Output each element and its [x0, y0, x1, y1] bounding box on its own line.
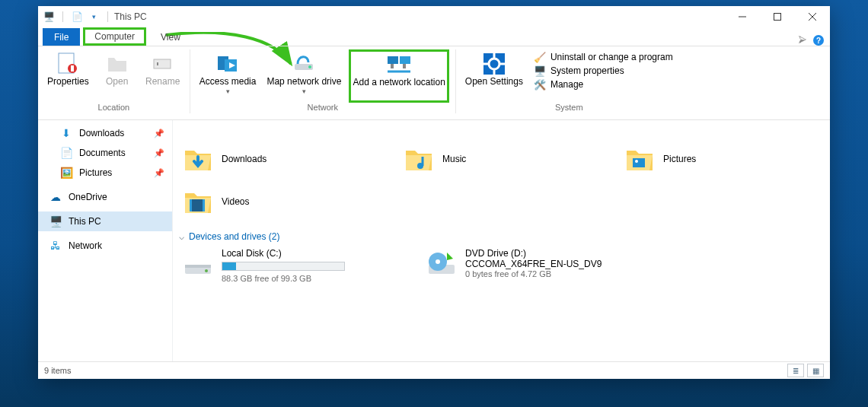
drive-dvd-d[interactable]: DVD Drive (D:) CCCOMA_X64FRE_EN-US_DV9 0…	[426, 248, 624, 283]
help-icon[interactable]: ?	[813, 35, 824, 46]
manage-button[interactable]: 🛠️ Manage	[534, 78, 673, 91]
nav-downloads[interactable]: ⬇ Downloads 📌	[38, 123, 172, 143]
svg-rect-28	[190, 199, 192, 211]
access-media-label: Access media	[199, 77, 257, 87]
nav-label: OneDrive	[69, 192, 107, 202]
folder-pictures[interactable]: Pictures	[624, 143, 783, 175]
drive-free-text: 88.3 GB free of 99.3 GB	[222, 274, 345, 283]
add-network-location-button[interactable]: Add a network location	[349, 49, 448, 103]
large-icons-view-button[interactable]: ▦	[807, 364, 824, 377]
network-icon: 🖧	[49, 239, 62, 253]
this-pc-icon: 🖥️	[49, 215, 62, 228]
svg-point-26	[635, 160, 638, 163]
content-pane: placeholder Downloads Music	[173, 120, 830, 361]
svg-point-24	[417, 163, 423, 169]
nav-onedrive[interactable]: ☁ OneDrive	[38, 187, 172, 207]
capacity-bar	[222, 262, 345, 271]
drive-local-c[interactable]: Local Disk (C:) 88.3 GB free of 99.3 GB	[182, 248, 380, 283]
properties-qat-icon[interactable]: 📄	[71, 11, 83, 23]
ribbon-tabs: File Computer View ⮚ ?	[38, 27, 830, 46]
svg-rect-7	[154, 59, 171, 68]
tab-view[interactable]: View	[149, 28, 192, 46]
svg-point-13	[308, 65, 311, 68]
manage-icon: 🛠️	[534, 78, 546, 91]
tab-file[interactable]: File	[43, 28, 80, 46]
rename-button: Rename	[142, 49, 183, 103]
pin-icon[interactable]: 📌	[154, 168, 164, 178]
dropdown-icon: ▾	[226, 87, 230, 95]
system-properties-button[interactable]: 🖥️ System properties	[534, 65, 673, 77]
pin-icon[interactable]: 📌	[154, 129, 164, 138]
minimize-button[interactable]	[725, 6, 760, 27]
tab-computer[interactable]: Computer	[83, 27, 146, 46]
drive-volume-label: CCCOMA_X64FRE_EN-US_DV9	[465, 259, 602, 269]
svg-rect-8	[157, 62, 158, 65]
svg-rect-16	[391, 64, 394, 68]
open-settings-button[interactable]: Open Settings	[462, 49, 526, 103]
folder-videos[interactable]: Videos	[182, 186, 342, 218]
maximize-button[interactable]	[760, 6, 795, 27]
close-button[interactable]	[795, 6, 830, 27]
section-devices-drives[interactable]: ⌵ Devices and drives (2)	[179, 231, 821, 242]
ribbon-group-system: Open Settings 🧹 Uninstall or change a pr…	[456, 49, 682, 113]
chevron-down-icon[interactable]: ⌵	[179, 231, 184, 242]
rename-icon	[150, 51, 176, 77]
system-properties-icon: 🖥️	[534, 65, 546, 77]
nav-pictures[interactable]: 🖼️ Pictures 📌	[38, 163, 172, 183]
group-title-location: Location	[98, 103, 130, 113]
ribbon: Properties Open Rename Location	[38, 46, 830, 120]
svg-rect-25	[633, 158, 645, 167]
nav-label: This PC	[69, 216, 101, 227]
properties-icon	[55, 51, 81, 77]
manage-label: Manage	[550, 79, 583, 90]
uninstall-button[interactable]: 🧹 Uninstall or change a program	[534, 51, 673, 63]
ribbon-group-location: Properties Open Rename Location	[38, 49, 190, 113]
properties-button[interactable]: Properties	[44, 49, 92, 103]
qat-dropdown-icon[interactable]: ▾	[88, 11, 100, 23]
drive-free-text: 0 bytes free of 4.72 GB	[465, 269, 602, 278]
media-icon	[215, 51, 241, 77]
open-settings-label: Open Settings	[465, 77, 523, 87]
folder-music[interactable]: Music	[403, 143, 563, 175]
window-title: This PC	[114, 11, 147, 22]
computer-icon: 🖥️	[43, 11, 55, 23]
group-title-system: System	[555, 103, 583, 113]
rename-label: Rename	[145, 77, 180, 87]
folder-label: Music	[442, 154, 466, 164]
status-bar: 9 items ≣ ▦	[38, 361, 830, 379]
settings-gear-icon	[481, 51, 507, 77]
svg-rect-31	[185, 265, 211, 268]
explorer-body: ⬇ Downloads 📌 📄 Documents 📌 🖼️ Pictures …	[38, 120, 830, 361]
system-properties-label: System properties	[550, 65, 624, 76]
separator	[107, 11, 108, 22]
svg-point-35	[436, 259, 440, 264]
add-location-icon	[386, 52, 412, 78]
nav-this-pc[interactable]: 🖥️ This PC	[38, 211, 172, 231]
folder-icon	[182, 186, 214, 218]
downloads-icon: ⬇	[59, 126, 73, 140]
nav-label: Network	[69, 240, 102, 251]
svg-point-32	[205, 269, 208, 272]
folder-icon	[182, 143, 214, 175]
pin-icon[interactable]: 📌	[154, 148, 164, 158]
hdd-icon	[182, 248, 214, 280]
folder-downloads[interactable]: Downloads	[182, 143, 342, 175]
access-media-button[interactable]: Access media ▾	[196, 49, 260, 103]
uninstall-label: Uninstall or change a program	[550, 52, 673, 62]
nav-documents[interactable]: 📄 Documents 📌	[38, 143, 172, 163]
properties-label: Properties	[47, 77, 89, 87]
open-button: Open	[97, 49, 138, 103]
nav-label: Pictures	[79, 167, 112, 178]
nav-network[interactable]: 🖧 Network	[38, 236, 172, 256]
map-drive-icon	[291, 51, 317, 77]
svg-rect-17	[403, 64, 406, 68]
details-view-button[interactable]: ≣	[787, 364, 804, 377]
dropdown-icon: ▾	[302, 87, 306, 95]
nav-label: Documents	[79, 148, 126, 158]
svg-rect-14	[388, 56, 398, 64]
ribbon-collapse-icon[interactable]: ⮚	[798, 35, 807, 46]
open-label: Open	[106, 77, 128, 87]
map-drive-button[interactable]: Map network drive ▾	[263, 49, 344, 103]
window-controls	[725, 6, 830, 27]
documents-icon: 📄	[59, 146, 73, 160]
